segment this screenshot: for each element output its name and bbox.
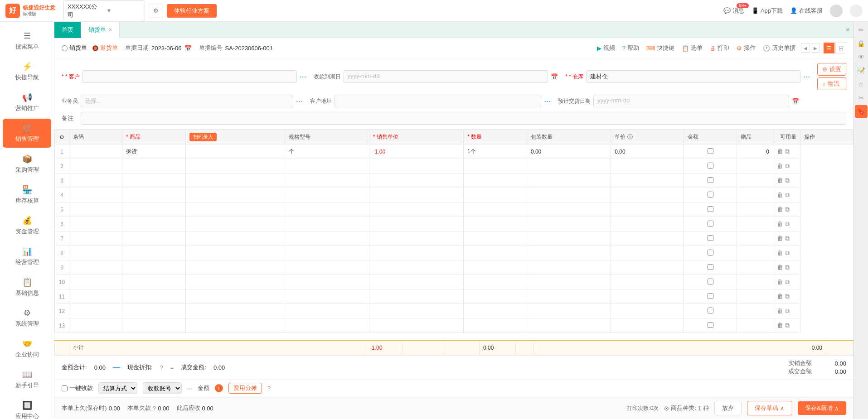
th-settings[interactable]: ⚙ [55,130,69,144]
list-view-button[interactable]: ☰ [824,43,834,53]
row-product-9[interactable] [122,260,185,275]
row-delete-icon-9[interactable]: 🗑 [777,264,783,271]
right-panel-edit-button[interactable]: ✏ [855,24,868,36]
gift-checkbox-13[interactable] [708,322,713,328]
row-barcode-8[interactable] [69,246,122,260]
row-qty-5[interactable] [369,202,463,217]
row-gift-10[interactable] [684,275,737,289]
sidebar-item-purchase[interactable]: 📦 采购管理 [3,149,51,178]
right-panel-view-button[interactable]: 👁 [855,51,868,63]
sidebar-item-system[interactable]: ⚙ 系统管理 [3,303,51,332]
sidebar-item-finance[interactable]: 💰 资金管理 [3,211,51,240]
row-gift-4[interactable] [684,188,737,202]
row-copy-icon-6[interactable]: ⧉ [785,220,790,228]
sidebar-item-search[interactable]: ☰ 搜索菜单 [3,26,51,55]
settle-account-select[interactable]: 收款账号 [143,382,182,394]
calendar-icon[interactable]: 📅 [184,45,192,52]
sidebar-item-basic[interactable]: 📋 基础信息 [3,273,51,302]
row-amount-9[interactable] [611,260,684,275]
trial-button[interactable]: 体验行业方案 [167,4,217,18]
operation-button[interactable]: ⚙ 操作 [735,43,757,53]
shortcut-button[interactable]: ⌨ 快捷键 [645,43,676,53]
row-qty-1[interactable]: -1.00 [369,144,463,159]
customer-dots-button[interactable]: ··· [300,72,306,81]
company-selector[interactable]: XXXXXX公司 ▼ [63,0,145,21]
row-barcode-9[interactable] [69,260,122,275]
row-product-10[interactable] [122,275,185,289]
row-qty-6[interactable] [369,217,463,231]
settings-gear-button[interactable]: ⚙ [149,4,163,18]
row-spec-1[interactable] [185,144,285,159]
row-price-8[interactable] [527,246,611,260]
row-delete-icon-7[interactable]: 🗑 [777,235,783,242]
row-delete-icon-11[interactable]: 🗑 [777,293,783,300]
row-gift-1[interactable] [684,144,737,159]
row-unit-6[interactable] [285,217,369,231]
row-spec-9[interactable] [185,260,285,275]
next-arrow[interactable]: ▶ [811,43,820,53]
message-button[interactable]: 💬 消息 99+ [723,7,744,15]
gift-checkbox-8[interactable] [708,250,713,255]
online-service-button[interactable]: 👤 在线客服 [790,7,823,15]
row-spec-7[interactable] [185,231,285,246]
gift-checkbox-1[interactable] [708,148,713,154]
row-pkg-qty-4[interactable] [464,188,527,202]
customer-addr-input[interactable] [335,95,542,107]
overdue-help-icon[interactable]: ? [153,405,156,412]
row-spec-10[interactable] [185,275,285,289]
row-product-3[interactable] [122,173,185,188]
row-copy-icon-5[interactable]: ⧉ [785,206,790,213]
sidebar-item-marketing[interactable]: 📢 营销推广 [3,88,51,117]
row-price-12[interactable] [527,304,611,318]
row-price-6[interactable] [527,217,611,231]
row-product-8[interactable] [122,246,185,260]
row-delete-icon-4[interactable]: 🗑 [777,191,783,199]
row-barcode-2[interactable] [69,159,122,173]
sidebar-item-apps[interactable]: 🔲 应用中心 [3,396,51,419]
gift-checkbox-4[interactable] [708,192,713,197]
row-copy-icon-10[interactable]: ⧉ [785,278,790,286]
row-copy-icon-11[interactable]: ⧉ [785,293,790,300]
add-payment-button[interactable]: + [215,384,223,392]
row-copy-icon-8[interactable]: ⧉ [785,249,790,257]
row-amount-8[interactable] [611,246,684,260]
row-amount-1[interactable]: 0.00 [611,144,684,159]
customer-input[interactable] [82,70,297,83]
row-pkg-qty-7[interactable] [464,231,527,246]
table-scroll-area[interactable]: ⚙ 条码 * 商品 扫码录入 规格型号 * 销售单位 * 数量 包装数量 单价 … [54,130,853,340]
tab-home[interactable]: 首页 [54,22,81,38]
row-barcode-1[interactable] [69,144,122,159]
row-barcode-12[interactable] [69,304,122,318]
row-delete-icon-5[interactable]: 🗑 [777,206,783,213]
row-product-12[interactable] [122,304,185,318]
row-unit-5[interactable] [285,202,369,217]
print-button[interactable]: 🖨 打印 [708,43,731,53]
gift-checkbox-10[interactable] [708,279,713,284]
row-amount-5[interactable] [611,202,684,217]
salesperson-input[interactable]: 选择... [81,95,293,107]
one-click-payment-checkbox[interactable]: 一键收款 [62,384,93,392]
warehouse-input[interactable]: 建材仓 [586,70,800,83]
row-spec-8[interactable] [185,246,285,260]
row-spec-11[interactable] [185,289,285,304]
row-unit-13[interactable] [285,318,369,333]
salesperson-dots-button[interactable]: ··· [296,97,303,105]
row-spec-3[interactable] [185,173,285,188]
row-delete-icon-12[interactable]: 🗑 [777,307,783,315]
row-product-13[interactable] [122,318,185,333]
app-download-button[interactable]: 📱 App下载 [752,7,783,15]
row-barcode-6[interactable] [69,217,122,231]
row-pkg-qty-1[interactable]: 1个 [464,144,527,159]
row-pkg-qty-6[interactable] [464,217,527,231]
row-qty-8[interactable] [369,246,463,260]
row-price-11[interactable] [527,289,611,304]
gift-checkbox-9[interactable] [708,264,713,270]
row-unit-10[interactable] [285,275,369,289]
row-amount-3[interactable] [611,173,684,188]
row-gift-3[interactable] [684,173,737,188]
row-barcode-11[interactable] [69,289,122,304]
radio-return-order[interactable]: 退货单 [92,44,118,52]
row-amount-11[interactable] [611,289,684,304]
radio-sales-input[interactable] [62,45,68,51]
fee-split-button[interactable]: 费用分摊 [228,383,262,394]
